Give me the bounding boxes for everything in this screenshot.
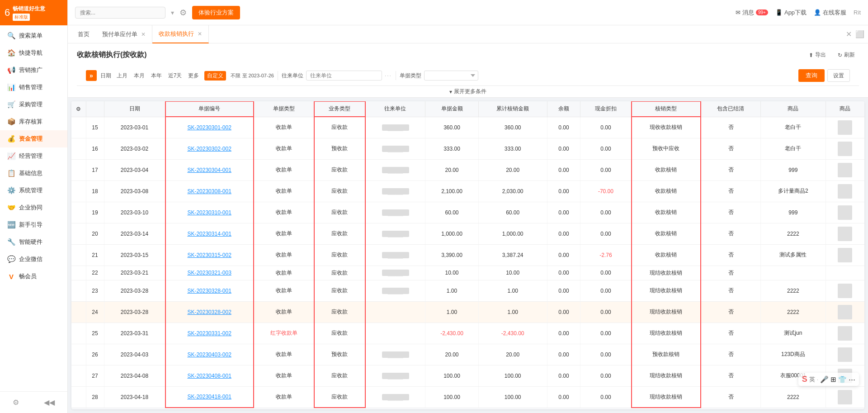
voucher-no-link[interactable]: SK-20230314-001	[187, 231, 231, 237]
tab-expand-icon[interactable]: ⬜	[855, 30, 864, 38]
td-amount: 360.00	[425, 117, 478, 138]
th-gear[interactable]: ⚙	[71, 101, 86, 117]
sidebar-item-corp[interactable]: 🤝企业协同	[0, 199, 67, 216]
tab-collection[interactable]: 收款核销执行 ✕	[152, 25, 209, 43]
voucher-no-link[interactable]: SK-20230408-001	[187, 373, 231, 379]
date-more[interactable]: 更多	[185, 71, 202, 81]
voucher-no-link[interactable]: SK-20230328-002	[187, 309, 231, 315]
sidebar-item-purchase[interactable]: 🛒采购管理	[0, 96, 67, 113]
td-balance: 0.00	[547, 344, 580, 365]
sidebar-item-sales[interactable]: 📊销售管理	[0, 79, 67, 96]
voucher-no-link[interactable]: SK-20230304-001	[187, 167, 231, 173]
mic-icon[interactable]: 🎤	[820, 375, 829, 384]
sidebar-item-fund[interactable]: 💰资金管理	[0, 130, 67, 147]
td-goods2	[826, 117, 864, 138]
sidebar-item-wechat[interactable]: 💬企业微信	[0, 251, 67, 268]
sidebar-item-stock[interactable]: 📦库存核算	[0, 113, 67, 130]
partner-filter-input[interactable]	[306, 71, 382, 81]
setting-button[interactable]: 设置	[827, 69, 850, 82]
sidebar-item-member[interactable]: V畅会员	[0, 268, 67, 285]
td-cash-discount: 0.00	[580, 386, 632, 408]
sidebar-item-search[interactable]: 🔍搜索菜单	[0, 27, 67, 44]
sidebar-item-operation[interactable]: 📈经营管理	[0, 147, 67, 165]
td-include-settled: 否	[701, 365, 760, 386]
partner-filter-label: 往来单位	[282, 72, 303, 80]
voucher-no-link[interactable]: SK-20230418-001	[187, 394, 231, 400]
header-search-input[interactable]	[75, 7, 165, 19]
td-amount: 1.00	[425, 301, 478, 323]
app-download-button[interactable]: 📱 App下载	[775, 9, 807, 17]
date-7days[interactable]: 近7天	[165, 71, 185, 81]
td-biz-type: 应收款	[314, 266, 365, 280]
tab-prepay-close[interactable]: ✕	[141, 31, 146, 38]
voucher-no-link[interactable]: SK-20230315-002	[187, 252, 231, 258]
date-this-year[interactable]: 本年	[148, 71, 165, 81]
tab-prepay[interactable]: 预付单应付单 ✕	[96, 25, 152, 43]
td-gear	[71, 244, 86, 266]
export-button[interactable]: ⬆ 导出	[805, 49, 830, 61]
td-voucher-type: 收款单	[254, 301, 314, 323]
voucher-no-link[interactable]: SK-20230403-002	[187, 351, 231, 358]
voucher-no-link[interactable]: SK-20230302-002	[187, 146, 231, 152]
online-service-button[interactable]: 👤 在线客服	[814, 9, 846, 17]
more-icon[interactable]: ⋯	[849, 375, 855, 384]
voucher-no-link[interactable]: SK-20230310-001	[187, 209, 231, 216]
th-include-settled: 包含已结清	[701, 101, 760, 117]
td-include-settled: 否	[701, 386, 760, 408]
sidebar-item-label: 新手引导	[19, 221, 42, 229]
filter-expand-button[interactable]: »	[86, 70, 97, 81]
td-date: 2023-03-02	[104, 138, 165, 159]
logo-name: 畅销道好生意	[13, 5, 45, 13]
partner-filter-section: 往来单位 ···	[282, 71, 392, 81]
td-goods: 2222	[761, 301, 826, 323]
voucher-no-link[interactable]: SK-20230308-001	[187, 188, 231, 195]
sidebar-item-label: 企业协同	[19, 204, 42, 212]
tab-collection-close[interactable]: ✕	[198, 31, 202, 37]
td-write-off-type: 收款核销	[632, 223, 701, 244]
voucher-type-select[interactable]	[424, 71, 478, 81]
td-total-write-off: 2,030.00	[478, 180, 547, 202]
th-seq	[86, 101, 104, 117]
td-gear	[71, 266, 86, 280]
expand-more-button[interactable]: ▾ 展开更多条件	[449, 88, 486, 95]
sidebar-item-guide[interactable]: 🆕新手引导	[0, 216, 67, 233]
query-button[interactable]: 查询	[798, 69, 825, 82]
td-total-write-off: -2,430.00	[478, 323, 547, 344]
sidebar-item-system[interactable]: ⚙️系统管理	[0, 182, 67, 199]
td-date: 2023-03-28	[104, 280, 165, 301]
voucher-no-link[interactable]: SK-20230328-001	[187, 288, 231, 294]
header-dropdown-icon[interactable]: ▾	[171, 9, 174, 16]
filter-divider-1	[278, 71, 278, 80]
watermark-s: S	[802, 375, 807, 384]
date-last-month[interactable]: 上月	[114, 71, 130, 81]
voucher-no-link[interactable]: SK-20230321-003	[187, 270, 231, 276]
header-solution-button[interactable]: 体验行业方案	[192, 6, 240, 19]
grid-icon[interactable]: ⊞	[830, 375, 836, 384]
tab-close-all-icon[interactable]: ✕	[846, 30, 852, 38]
tab-home[interactable]: 首页	[71, 25, 96, 43]
collapse-sidebar-icon[interactable]: ◀◀	[41, 395, 57, 409]
sidebar-item-marketing[interactable]: 📢营销推广	[0, 62, 67, 79]
td-biz-type: 应收款	[314, 117, 365, 138]
app-label: App下载	[784, 9, 807, 17]
tab-prepay-label: 预付单应付单	[102, 30, 137, 38]
td-write-off-type: 现结收款核销	[632, 280, 701, 301]
td-goods2	[826, 180, 864, 202]
date-this-month[interactable]: 本月	[131, 71, 147, 81]
sidebar-item-basic[interactable]: 📋基础信息	[0, 165, 67, 182]
header-gear-icon[interactable]: ⚙	[179, 8, 187, 18]
td-partner: ████	[365, 344, 425, 365]
sidebar-item-hardware[interactable]: 🔧智能硬件	[0, 233, 67, 251]
settings-bottom-icon[interactable]: ⚙	[10, 395, 22, 409]
shirt-icon[interactable]: 👕	[838, 375, 847, 384]
tab-bar: 首页 预付单应付单 ✕ 收款核销执行 ✕ ✕ ⬜	[68, 25, 868, 43]
td-balance: 0.00	[547, 202, 580, 223]
sidebar-item-quick-nav[interactable]: 🏠快捷导航	[0, 44, 67, 62]
td-gear	[71, 386, 86, 408]
voucher-no-link[interactable]: SK-20230331-002	[187, 330, 231, 337]
td-cash-discount: 0.00	[580, 323, 632, 344]
refresh-button[interactable]: ↻ 刷新	[834, 49, 859, 61]
custom-date-button[interactable]: 自定义	[204, 71, 226, 81]
message-button[interactable]: ✉ 消息 99+	[736, 9, 768, 17]
voucher-no-link[interactable]: SK-20230301-002	[187, 124, 231, 131]
